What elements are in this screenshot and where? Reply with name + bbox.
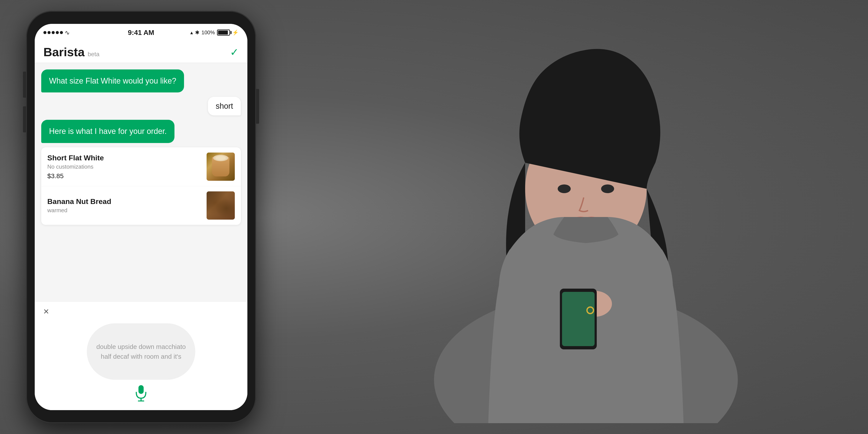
order-item-1-info: Short Flat White No customizations $3.85 [47, 154, 207, 180]
bot-bubble-2: Here is what I have for your order. [41, 120, 175, 143]
order-item-2-customization: warmed [47, 207, 207, 214]
signal-bars [43, 31, 63, 34]
charging-icon: ⚡ [232, 30, 239, 36]
header-checkmark-icon[interactable]: ✓ [230, 46, 239, 58]
svg-rect-0 [138, 385, 144, 394]
bottom-panel: × double upside down macchiato half deca… [35, 302, 247, 410]
power-button [256, 89, 259, 124]
voice-transcript-circle: double upside down macchiato half decaf … [87, 323, 195, 380]
svg-point-7 [601, 184, 614, 193]
app-title-badge: beta [88, 51, 100, 58]
status-right: ▴ ✱ 100% ⚡ [190, 30, 239, 36]
battery-pct: 100% [202, 30, 215, 36]
app-title-group: Barista beta [43, 45, 99, 59]
order-item-2-name: Banana Nut Bread [47, 197, 207, 206]
voice-transcript-text: double upside down macchiato half decaf … [93, 342, 189, 361]
coffee-cup-shape [212, 157, 229, 177]
bottom-panel-top: × [35, 302, 247, 319]
status-time: 9:41 AM [128, 29, 154, 37]
signal-dot-5 [60, 31, 63, 34]
app-header: Barista beta ✓ [35, 41, 247, 63]
bluetooth-icon: ✱ [195, 30, 199, 36]
order-item-1-image [207, 153, 235, 181]
phone-wrapper: ∿ 9:41 AM ▴ ✱ 100% ⚡ Barista beta [26, 11, 256, 423]
coffee-foam-shape [213, 155, 228, 161]
order-item-1: Short Flat White No customizations $3.85 [41, 147, 241, 186]
status-bar: ∿ 9:41 AM ▴ ✱ 100% ⚡ [35, 24, 247, 41]
person-silhouette [347, 11, 825, 423]
svg-rect-11 [562, 292, 595, 346]
signal-dot-1 [43, 31, 46, 34]
microphone-button[interactable] [132, 384, 150, 401]
person-svg [347, 11, 825, 423]
wifi-icon: ∿ [65, 29, 70, 36]
battery-icon [217, 30, 230, 36]
coffee-image [207, 153, 235, 181]
chat-area: What size Flat White would you like? sho… [35, 63, 247, 302]
bot-bubble-1: What size Flat White would you like? [41, 69, 184, 92]
order-item-2-image [207, 191, 235, 220]
status-left: ∿ [43, 29, 70, 36]
bread-image [207, 191, 235, 220]
bread-texture-shape [207, 191, 235, 220]
app-title-main: Barista [43, 45, 85, 59]
order-item-2: Banana Nut Bread warmed [41, 186, 241, 225]
close-button[interactable]: × [43, 306, 49, 317]
svg-point-6 [558, 184, 571, 193]
signal-dot-2 [48, 31, 51, 34]
order-item-1-customization: No customizations [47, 163, 207, 170]
battery-fill [218, 31, 228, 34]
order-item-2-info: Banana Nut Bread warmed [47, 197, 207, 214]
order-card: Short Flat White No customizations $3.85 [41, 147, 241, 225]
voice-area: double upside down macchiato half decaf … [35, 319, 247, 410]
order-item-1-name: Short Flat White [47, 154, 207, 162]
signal-dot-4 [56, 31, 59, 34]
microphone-icon [134, 384, 148, 401]
location-icon: ▴ [190, 30, 193, 36]
user-bubble-1: short [208, 97, 241, 116]
volume-down-button [23, 106, 26, 132]
order-item-1-price: $3.85 [47, 172, 207, 180]
phone-screen: ∿ 9:41 AM ▴ ✱ 100% ⚡ Barista beta [35, 24, 247, 410]
volume-up-button [23, 72, 26, 98]
phone-device: ∿ 9:41 AM ▴ ✱ 100% ⚡ Barista beta [26, 11, 256, 423]
signal-dot-3 [52, 31, 55, 34]
